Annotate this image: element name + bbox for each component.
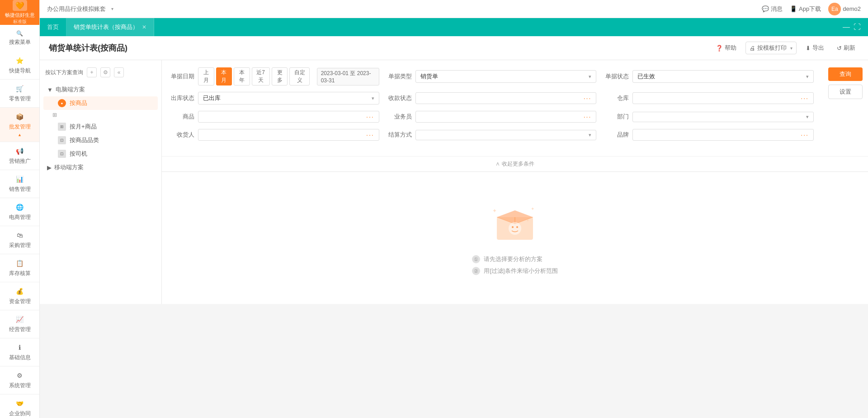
type-chevron-icon: ▾ (589, 74, 591, 80)
filter-panel: 单据日期 上月 本月 本年 近7天 更多 自定义 (162, 60, 823, 154)
sidebar-item-basic-info[interactable]: ℹ 基础信息 (0, 338, 40, 366)
sidebar-item-retail[interactable]: 🛒 零售管理 (0, 80, 40, 108)
sidebar-item-purchase[interactable]: 🛍 采购管理 (0, 226, 40, 254)
query-btn[interactable]: 查询 (828, 67, 863, 81)
brand-dots-icon: ··· (801, 131, 809, 138)
help-btn[interactable]: ❓ 帮助 (712, 42, 740, 54)
sidebar-item-ecommerce[interactable]: 🌐 电商管理 (0, 198, 40, 226)
mobile-scheme-arrow: ▶ (47, 164, 52, 171)
message-btn[interactable]: 💬 消息 (762, 5, 783, 13)
sidebar-item-operations[interactable]: 📈 经营管理 (0, 310, 40, 338)
mobile-scheme-group: ▶ 移动端方案 (40, 161, 161, 174)
goods-wrapper: ··· (198, 111, 379, 123)
date-btn-this-month[interactable]: 本月 (216, 67, 232, 86)
settlement-wrapper: ▾ (415, 130, 597, 140)
sidebar-item-marketing[interactable]: 📢 营销推广 (0, 142, 40, 170)
empty-step-1-text: 请先选择要分析的方案 (484, 253, 542, 265)
settlement-chevron-icon: ▾ (589, 132, 591, 138)
sidebar-item-cooperation[interactable]: 🤝 企业协同 (0, 394, 40, 418)
out-status-select[interactable]: 已出库 ▾ (198, 92, 379, 104)
sidebar-item-wholesale[interactable]: 📦 批发管理 ▲ (0, 108, 40, 142)
type-control-wrapper: 销货单 ▾ (415, 70, 597, 83)
collect-status-dots-icon: ··· (584, 95, 592, 102)
date-btn-this-year[interactable]: 本年 (234, 67, 250, 86)
tab-close-icon[interactable]: ✕ (142, 24, 146, 30)
mobile-scheme-label: 移动端方案 (54, 163, 84, 171)
sidebar-label-quick-nav: 快捷导航 (9, 67, 31, 75)
print-btn[interactable]: 🖨 按模板打印 ▾ (745, 42, 797, 54)
tree-item-by-printer[interactable]: ⊡ 按司机 (43, 147, 158, 161)
desktop-scheme-header[interactable]: ▼ 电脑端方案 (43, 83, 158, 96)
type-select[interactable]: 销货单 ▾ (415, 70, 597, 83)
sidebar-label-wholesale: 批发管理 (9, 123, 31, 131)
by-goods-category-icon: ⊡ (58, 136, 66, 144)
date-range-input[interactable]: 2023-03-01 至 2023-03-31 (317, 68, 379, 86)
empty-messages: ① 请先选择要分析的方案 ② 用[过滤]条件来缩小分析范围 (472, 253, 557, 277)
help-icon: ❓ (716, 45, 723, 52)
by-month-goods-icon: ⊞ (58, 123, 66, 131)
date-btn-custom[interactable]: 自定义 (289, 67, 309, 86)
workspace-info: 办公用品行业模拟账套 ▾ (47, 5, 113, 13)
status-select[interactable]: 已生效 ▾ (632, 70, 814, 83)
export-label: 导出 (812, 44, 824, 52)
tree-item-by-month-goods[interactable]: ⊞ 按月+商品 (43, 120, 158, 133)
export-btn[interactable]: ⬇ 导出 (802, 42, 828, 54)
out-status-chevron-icon: ▾ (372, 95, 374, 101)
tree-item-by-goods-category[interactable]: ⊡ 按商品品类 (43, 133, 158, 147)
collect-status-select[interactable]: ··· (415, 92, 597, 104)
by-goods-category-label: 按商品品类 (70, 136, 99, 144)
workspace-dropdown-icon[interactable]: ▾ (111, 6, 113, 11)
collapse-bar[interactable]: ∧ 收起更多条件 (162, 156, 868, 171)
dept-select[interactable]: ▾ (632, 112, 814, 122)
app-logo[interactable]: 🧡 畅捷信好生意 标准版 (0, 0, 40, 25)
desktop-scheme-arrow: ▼ (47, 86, 53, 93)
operations-icon: 📈 (15, 315, 24, 324)
tab-controls: — ⛶ (843, 23, 868, 31)
sidebar-item-search[interactable]: 🔍 搜索菜单 (0, 25, 40, 52)
page-header-actions: ❓ 帮助 🖨 按模板打印 ▾ ⬇ 导出 ↺ 刷新 (712, 42, 859, 54)
app-download-btn[interactable]: 📱 App下载 (790, 5, 821, 13)
by-goods-label: 按商品 (70, 99, 87, 107)
salesman-select[interactable]: ··· (415, 111, 597, 123)
tab-home[interactable]: 首页 (40, 18, 66, 36)
tree-item-by-goods[interactable]: ● 按商品 (43, 96, 158, 110)
dept-label: 部门 (605, 113, 632, 121)
add-scheme-btn[interactable]: + (87, 67, 97, 77)
date-btn-last-month[interactable]: 上月 (198, 67, 214, 86)
tab-sales-stats[interactable]: 销货单统计表（按商品） ✕ (66, 18, 154, 36)
empty-step-2-text: 用[过滤]条件来缩小分析范围 (484, 265, 557, 277)
user-profile-btn[interactable]: Ea demo2 (828, 3, 861, 15)
brand-select[interactable]: ··· (632, 129, 814, 141)
settings-btn[interactable]: 设置 (828, 85, 863, 99)
sidebar-item-sales-mgmt[interactable]: 📊 销售管理 (0, 170, 40, 198)
sidebar-label-finance: 资金管理 (9, 298, 31, 305)
settlement-select[interactable]: ▾ (415, 130, 597, 140)
warehouse-select[interactable]: ··· (632, 92, 814, 104)
out-status-label: 出库状态 (171, 94, 198, 102)
sidebar-item-finance[interactable]: 💰 资金管理 (0, 282, 40, 310)
marketing-icon: 📢 (15, 147, 24, 156)
salesman-label: 业务员 (388, 113, 415, 121)
date-btn-7days[interactable]: 近7天 (252, 67, 270, 86)
sidebar-item-inventory[interactable]: 📋 库存核算 (0, 254, 40, 282)
by-printer-icon: ⊡ (58, 150, 66, 158)
status-chevron-icon: ▾ (806, 74, 809, 80)
purchase-icon: 🛍 (15, 231, 24, 240)
sidebar-item-quick-nav[interactable]: ⭐ 快捷导航 (0, 52, 40, 80)
tab-maximize-icon[interactable]: ⛶ (854, 23, 861, 31)
sidebar-item-system[interactable]: ⚙ 系统管理 (0, 366, 40, 394)
warehouse-wrapper: ··· (632, 92, 814, 104)
tab-minimize-icon[interactable]: — (843, 23, 850, 31)
export-icon: ⬇ (806, 45, 811, 52)
goods-select[interactable]: ··· (198, 111, 379, 123)
finance-icon: 💰 (15, 287, 24, 296)
date-btn-more[interactable]: 更多 (272, 67, 288, 86)
consignee-select[interactable]: ··· (198, 129, 379, 141)
collapse-panel-btn[interactable]: « (114, 67, 124, 77)
refresh-btn[interactable]: ↺ 刷新 (833, 42, 859, 54)
settings-scheme-btn[interactable]: ⚙ (100, 67, 110, 77)
mobile-scheme-header[interactable]: ▶ 移动端方案 (43, 161, 158, 174)
refresh-label: 刷新 (844, 44, 855, 52)
sidebar-label-operations: 经营管理 (9, 326, 31, 333)
by-month-goods-label: 按月+商品 (70, 123, 97, 131)
